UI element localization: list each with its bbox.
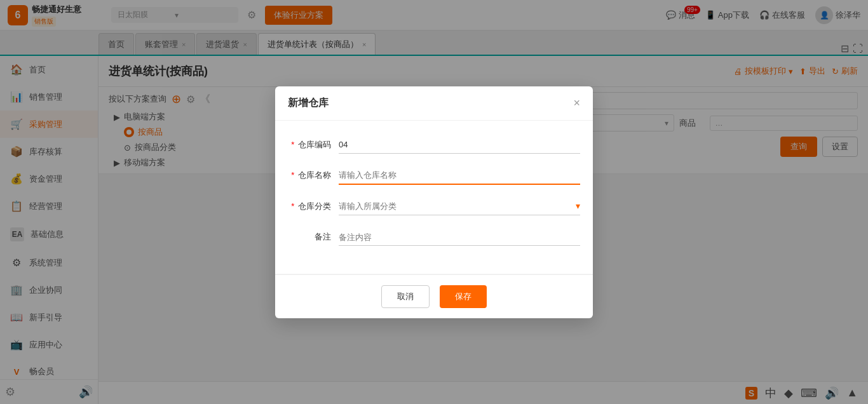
category-dropdown-icon: ▾ [576,201,580,211]
category-select[interactable]: ▾ [339,198,580,215]
remark-label: 备注 [288,231,339,243]
form-row-code: * 仓库编码 [288,136,580,154]
dialog-close-btn[interactable]: × [573,97,580,110]
form-row-remark: 备注 [288,228,580,246]
code-input[interactable] [339,136,580,154]
code-label: * 仓库编码 [288,139,339,151]
name-label: * 仓库名称 [288,170,339,181]
save-button[interactable]: 保存 [440,285,487,308]
add-warehouse-dialog: 新增仓库 × * 仓库编码 * 仓库名称 [275,86,593,318]
required-star-name: * [291,170,294,180]
required-star-code: * [291,140,294,149]
dialog-title: 新增仓库 [288,97,329,110]
required-star-category: * [291,201,294,211]
form-row-name: * 仓库名称 [288,166,580,185]
category-input[interactable] [339,198,580,215]
dialog-footer: 取消 保存 [275,274,593,318]
name-input[interactable] [339,166,580,185]
remark-input[interactable] [339,228,580,246]
dialog-header: 新增仓库 × [275,86,593,121]
category-label: * 仓库分类 [288,201,339,212]
cancel-button[interactable]: 取消 [381,285,430,308]
form-row-category: * 仓库分类 ▾ [288,198,580,215]
dialog-body: * 仓库编码 * 仓库名称 * 仓库分类 [275,121,593,274]
modal-overlay: 新增仓库 × * 仓库编码 * 仓库名称 [0,0,868,404]
